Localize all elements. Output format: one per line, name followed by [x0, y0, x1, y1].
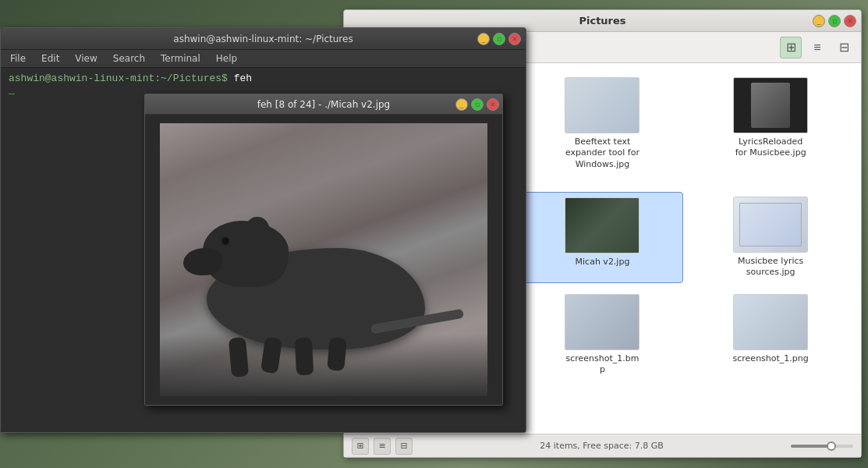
file-thumbnail [733, 77, 808, 133]
fm-window-controls: _ ▫ ✕ [813, 15, 856, 27]
file-label: screenshot_1.bmp [563, 353, 641, 376]
rat-ear [246, 217, 269, 240]
file-thumbnail [565, 294, 639, 350]
file-label: Micah v2.jpg [576, 257, 630, 268]
terminal-prompt: ashwin@ashwin-linux-mint:~/Pictures$ [9, 73, 228, 84]
list-item[interactable]: Musicbee lyrics sources.jpg [689, 192, 852, 283]
feh-title: feh [8 of 24] - ./Micah v2.jpg [257, 99, 390, 110]
terminal-menubar: File Edit View Search Terminal Help [1, 50, 526, 68]
term-window-controls: _ ▫ ✕ [477, 33, 521, 45]
feh-close-button[interactable]: ✕ [487, 98, 499, 111]
statusbar-icon-compact[interactable]: ⊟ [395, 438, 413, 455]
list-item[interactable]: Beeftext text expander tool for Windows.… [522, 73, 684, 186]
zoom-slider[interactable] [791, 445, 853, 448]
terminal-menu-edit[interactable]: Edit [38, 51, 62, 66]
feh-titlebar: feh [8 of 24] - ./Micah v2.jpg _ ▫ ✕ [145, 94, 502, 115]
file-manager-title: Pictures [579, 15, 625, 27]
statusbar-view-icons: ⊞ ≡ ⊟ [352, 438, 413, 455]
terminal-menu-search[interactable]: Search [110, 51, 148, 66]
fm-minimize-button[interactable]: _ [813, 15, 825, 27]
fm-list-view-button[interactable]: ≡ [806, 37, 828, 58]
feh-minimize-button[interactable]: _ [455, 98, 468, 111]
file-thumbnail [733, 294, 808, 350]
fm-close-button[interactable]: ✕ [844, 15, 856, 27]
zoom-slider-fill [791, 445, 831, 448]
list-item[interactable]: screenshot_1.png [689, 289, 852, 381]
terminal-title: ashwin@ashwin-linux-mint: ~/Pictures [173, 34, 353, 44]
terminal-cursor: _ [9, 84, 15, 96]
feh-window-controls: _ ▫ ✕ [455, 98, 499, 111]
list-item[interactable]: LyricsReloaded for Musicbee.jpg [689, 73, 852, 186]
statusbar-icon-list[interactable]: ≡ [374, 438, 391, 455]
term-maximize-button[interactable]: ▫ [493, 33, 505, 45]
term-close-button[interactable]: ✕ [508, 33, 521, 45]
file-label: LyricsReloaded for Musicbee.jpg [732, 136, 810, 159]
feh-maximize-button[interactable]: ▫ [471, 98, 484, 111]
statusbar-icon-grid[interactable]: ⊞ [352, 438, 369, 455]
fm-maximize-button[interactable]: ▫ [828, 15, 841, 27]
list-item[interactable]: screenshot_1.bmp [522, 289, 684, 381]
terminal-menu-file[interactable]: File [7, 51, 29, 66]
zoom-slider-container [791, 445, 853, 448]
feh-viewer-window: feh [8 of 24] - ./Micah v2.jpg _ ▫ ✕ [144, 94, 503, 406]
file-label: Musicbee lyrics sources.jpg [732, 256, 810, 278]
terminal-menu-help[interactable]: Help [213, 51, 240, 66]
file-label: screenshot_1.png [733, 353, 809, 364]
terminal-command: feh [234, 73, 252, 84]
file-label: Beeftext text expander tool for Windows.… [563, 136, 641, 170]
terminal-menu-view[interactable]: View [72, 51, 100, 66]
terminal-titlebar: ashwin@ashwin-linux-mint: ~/Pictures _ ▫… [1, 28, 526, 50]
file-thumbnail [733, 197, 808, 253]
feh-image-area [145, 115, 502, 405]
fm-statusbar: ⊞ ≡ ⊟ 24 items, Free space: 7.8 GB [344, 434, 861, 457]
statusbar-info: 24 items, Free space: 7.8 GB [540, 441, 663, 451]
fm-grid-view-button[interactable]: ⊞ [780, 37, 802, 58]
term-minimize-button[interactable]: _ [477, 33, 490, 45]
terminal-menu-terminal[interactable]: Terminal [158, 51, 204, 66]
zoom-slider-thumb[interactable] [827, 441, 836, 451]
file-thumbnail [565, 77, 639, 133]
rat-image [160, 123, 487, 396]
list-item[interactable]: Micah v2.jpg [522, 192, 684, 283]
file-thumbnail [565, 197, 639, 254]
fm-compact-view-button[interactable]: ⊟ [833, 37, 855, 58]
